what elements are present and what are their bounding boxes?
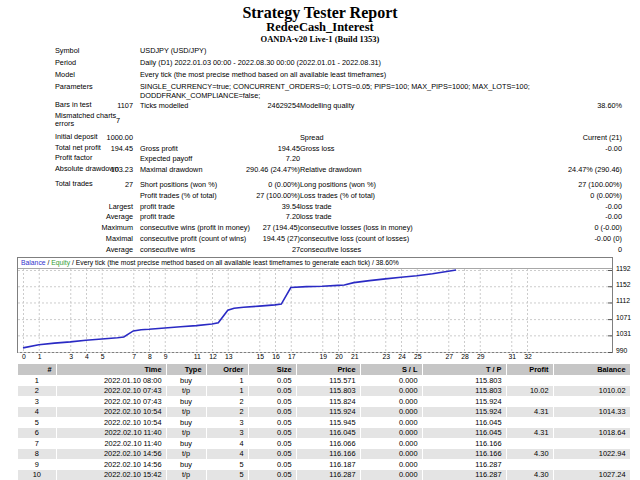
table-cell: 0.05 bbox=[248, 375, 296, 386]
table-header-cell: Size bbox=[248, 364, 296, 375]
stat-label: Absolute drawdown bbox=[55, 165, 135, 173]
x-axis-label: 0 bbox=[22, 353, 26, 360]
table-cell: 115.945 bbox=[296, 417, 360, 428]
stat-value: 0 (0.00%) bbox=[300, 191, 622, 200]
table-cell: t/p bbox=[166, 407, 206, 418]
table-cell: 0.000 bbox=[360, 407, 422, 418]
table-cell: 0.000 bbox=[360, 386, 422, 397]
table-cell: buy bbox=[166, 375, 206, 386]
table-cell: 0.05 bbox=[248, 449, 296, 460]
table-header-cell: Time bbox=[56, 364, 166, 375]
stat-value: 39.54 bbox=[140, 202, 300, 211]
table-row: 22022.02.10 07:43t/p10.05115.8030.000115… bbox=[18, 386, 630, 397]
table-cell bbox=[506, 375, 553, 386]
table-cell: 10.02 bbox=[506, 386, 553, 397]
report-title: Strategy Tester Report bbox=[0, 4, 640, 21]
x-axis-label: 20 bbox=[335, 353, 343, 360]
table-cell: 1014.33 bbox=[553, 407, 630, 418]
table-cell: 0.05 bbox=[248, 386, 296, 397]
table-cell: 116.166 bbox=[422, 449, 506, 460]
table-row: 82022.02.10 14:56t/p40.05116.1660.000116… bbox=[18, 449, 630, 460]
table-cell: t/p bbox=[166, 449, 206, 460]
x-axis-label: 21 bbox=[351, 353, 359, 360]
info-label: Parameters bbox=[55, 82, 93, 91]
table-cell: 116.166 bbox=[296, 449, 360, 460]
table-cell: t/p bbox=[166, 386, 206, 397]
stats-row: Largestprofit trade39.54loss trade-0.00 bbox=[0, 202, 640, 213]
info-label: Period bbox=[55, 58, 76, 67]
info-row: ModelEvery tick (the most precise method… bbox=[0, 70, 640, 82]
table-cell: 2022.02.10 11:40 bbox=[56, 438, 166, 449]
table-cell: 0.000 bbox=[360, 417, 422, 428]
x-axis-label: 19 bbox=[319, 353, 327, 360]
chart-legend: Balance / Equity / Every tick (the most … bbox=[18, 258, 612, 269]
statistics-section: 1107Bars in testTicks modelled24629254Mo… bbox=[0, 101, 640, 256]
stat-value: Largest bbox=[0, 202, 133, 211]
stat-value: 27 (100.00%) bbox=[140, 191, 300, 200]
table-cell: 2 bbox=[206, 407, 248, 418]
table-cell: 0.05 bbox=[248, 459, 296, 470]
table-cell: buy bbox=[166, 417, 206, 428]
table-header-cell: # bbox=[18, 364, 56, 375]
table-cell bbox=[553, 438, 630, 449]
stats-row: Profit trades (% of total)27 (100.00%)Lo… bbox=[0, 191, 640, 202]
table-cell: 0.05 bbox=[248, 396, 296, 407]
y-axis-label: 990 bbox=[616, 347, 627, 354]
x-axis-label: 1 bbox=[38, 353, 42, 360]
table-cell: 4 bbox=[206, 449, 248, 460]
stat-value: 24.47% (290.46) bbox=[300, 165, 622, 174]
info-value: USDJPY (USD/JPY) bbox=[140, 46, 622, 55]
stat-value: 290.46 (24.47%) bbox=[140, 165, 300, 174]
x-axis-label: 29 bbox=[477, 353, 485, 360]
server-build: OANDA-v20 Live-1 (Build 1353) bbox=[0, 34, 640, 44]
table-cell: 7 bbox=[18, 438, 56, 449]
stat-value: 38.60% bbox=[300, 101, 622, 110]
report-header: Strategy Tester Report RedeeCash_Interes… bbox=[0, 4, 640, 44]
table-cell: 2022.02.10 07:43 bbox=[56, 396, 166, 407]
table-header-cell: Profit bbox=[506, 364, 553, 375]
table-cell: buy bbox=[166, 459, 206, 470]
x-axis-label: 5 bbox=[101, 353, 105, 360]
stat-label: Initial deposit bbox=[55, 133, 135, 141]
table-cell: 2022.02.10 07:43 bbox=[56, 386, 166, 397]
y-axis-label: 1031 bbox=[616, 330, 631, 337]
stats-row: 7Mismatched charts errors bbox=[0, 112, 640, 129]
table-cell: 115.924 bbox=[422, 407, 506, 418]
chart-x-axis: 0134578911121315161719202123242527282931… bbox=[18, 353, 613, 362]
table-cell: 5 bbox=[206, 459, 248, 470]
stat-value: -0.00 bbox=[300, 144, 622, 153]
table-header-row: #TimeTypeOrderSizePriceS / LT / PProfitB… bbox=[18, 364, 630, 375]
x-axis-label: 13 bbox=[225, 353, 233, 360]
table-cell: 2 bbox=[206, 396, 248, 407]
info-row: SymbolUSDJPY (USD/JPY) bbox=[0, 46, 640, 58]
table-row: 62022.02.10 11:40t/p30.05116.0450.000116… bbox=[18, 428, 630, 439]
table-cell: 115.571 bbox=[296, 375, 360, 386]
legend-description: / Every tick (the most precise method ba… bbox=[70, 259, 399, 266]
x-axis-label: 27 bbox=[445, 353, 453, 360]
y-axis-label: 1071 bbox=[616, 314, 631, 321]
table-cell: 1 bbox=[18, 375, 56, 386]
stat-label: Total trades bbox=[55, 180, 135, 188]
table-cell: 2022.02.10 10:54 bbox=[56, 407, 166, 418]
x-axis-label: 12 bbox=[209, 353, 217, 360]
table-cell: 116.287 bbox=[422, 470, 506, 480]
table-cell: 116.045 bbox=[422, 417, 506, 428]
info-label: Model bbox=[55, 70, 75, 79]
table-cell: 4 bbox=[18, 407, 56, 418]
x-axis-label: 31 bbox=[508, 353, 516, 360]
table-cell: 9 bbox=[18, 459, 56, 470]
x-axis-label: 15 bbox=[256, 353, 264, 360]
table-cell: 115.803 bbox=[296, 386, 360, 397]
info-label: Symbol bbox=[55, 46, 79, 55]
balance-series-label: Balance bbox=[21, 259, 46, 266]
stat-value: Average bbox=[0, 245, 133, 254]
table-cell: 116.287 bbox=[296, 470, 360, 480]
table-row: 12022.01.10 08:00buy10.05115.5710.000115… bbox=[18, 375, 630, 386]
stat-value: 194.45 (27) bbox=[140, 234, 300, 243]
y-axis-label: 1112 bbox=[616, 297, 630, 304]
table-cell: 8 bbox=[18, 449, 56, 460]
stat-value: Average bbox=[0, 212, 133, 221]
table-cell: 115.803 bbox=[422, 375, 506, 386]
info-value: Daily (D1) 2022.01.03 00:00 - 2022.08.30… bbox=[140, 58, 622, 67]
table-cell bbox=[553, 375, 630, 386]
